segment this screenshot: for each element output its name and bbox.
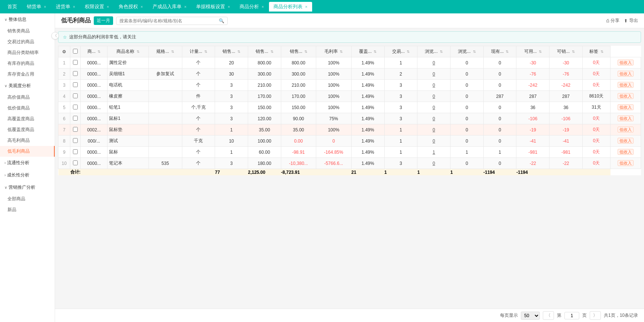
nav-goods-analysis[interactable]: 商品分析 ×: [235, 2, 268, 12]
row-checkbox[interactable]: [70, 147, 81, 158]
sidebar-item-new-goods[interactable]: 新品: [0, 204, 55, 215]
th-settings[interactable]: ⚙: [58, 46, 70, 57]
th-stock[interactable]: 现有... ⇅: [483, 46, 516, 57]
export-btn[interactable]: ⬆ 导出: [624, 17, 638, 24]
row-select-checkbox[interactable]: [73, 116, 78, 121]
row-name[interactable]: 电话机: [107, 80, 148, 91]
prev-page-btn[interactable]: 〈: [543, 311, 554, 320]
sidebar-item-low-value[interactable]: 低价值商品: [0, 103, 55, 114]
filter-btn[interactable]: 近一月: [94, 16, 113, 25]
row-select-checkbox[interactable]: [73, 149, 78, 154]
row-trade[interactable]: 1: [417, 147, 451, 158]
row-name[interactable]: 鼠标垫: [107, 124, 148, 136]
row-trade[interactable]: 0: [417, 158, 451, 169]
row-checkbox[interactable]: [70, 158, 81, 169]
row-trade[interactable]: 0: [417, 68, 451, 80]
sidebar-group-marketing[interactable]: ∨ 营销推广分析: [0, 181, 55, 194]
sidebar-group-growth[interactable]: › 成长性分析: [0, 169, 55, 181]
sidebar-item-category-rate[interactable]: 商品分类助销率: [0, 47, 55, 58]
th-avail[interactable]: 可用... ⇅: [516, 46, 550, 57]
row-trade[interactable]: 0: [417, 91, 451, 102]
row-select-checkbox[interactable]: [73, 71, 78, 76]
th-cover[interactable]: 覆盖... ⇅: [351, 46, 384, 57]
page-input[interactable]: [564, 312, 579, 319]
nav-template-close[interactable]: ×: [228, 4, 230, 9]
sidebar-item-sales-goods[interactable]: 销售类商品: [0, 26, 55, 36]
row-checkbox[interactable]: [70, 80, 81, 91]
sidebar-item-high-margin[interactable]: 高毛利商品: [0, 135, 55, 146]
th-unit[interactable]: 计量... ⇅: [182, 46, 215, 57]
sidebar-item-low-margin[interactable]: 低毛利商品: [0, 146, 55, 157]
sidebar-collapse-btn[interactable]: 《: [51, 32, 59, 39]
th-price[interactable]: 销售... ⇅: [248, 46, 281, 57]
nav-goods-analysis-list-close[interactable]: ×: [305, 4, 307, 9]
th-tag[interactable]: 标签 ⇅: [582, 46, 610, 57]
nav-home[interactable]: 首页: [3, 2, 22, 12]
nav-product-entry-close[interactable]: ×: [184, 4, 186, 9]
nav-goods-analysis-list[interactable]: 商品分析列表 ×: [269, 2, 312, 12]
th-trade[interactable]: 交易... ⇅: [384, 46, 417, 57]
th-code[interactable]: 商... ⇅: [81, 46, 108, 57]
nav-product-entry[interactable]: 产成品入库单 ×: [148, 2, 191, 12]
row-select-checkbox[interactable]: [73, 160, 78, 165]
sidebar-item-low-coverage[interactable]: 低覆盖度商品: [0, 124, 55, 135]
search-input[interactable]: [119, 18, 217, 23]
sidebar-item-all-goods[interactable]: 全部商品: [0, 194, 55, 204]
nav-purchase-close[interactable]: ×: [73, 4, 75, 9]
th-gross[interactable]: 毛利率 ⇅: [316, 46, 351, 57]
settings-icon[interactable]: ⚙: [62, 49, 66, 54]
row-trade[interactable]: 0: [417, 136, 451, 147]
nav-goods-analysis-close[interactable]: ×: [262, 4, 264, 9]
sidebar-group-circulation[interactable]: › 流通性分析: [0, 157, 55, 169]
nav-sales-close[interactable]: ×: [44, 4, 46, 9]
sidebar-item-in-stock[interactable]: 有库存的商品: [0, 58, 55, 69]
row-trade[interactable]: 0: [417, 113, 451, 124]
row-trade[interactable]: 0: [417, 102, 451, 113]
row-name[interactable]: 属性定价: [107, 57, 148, 68]
th-spec[interactable]: 规格... ⇅: [148, 46, 182, 57]
next-page-btn[interactable]: 〉: [590, 311, 601, 320]
row-trade[interactable]: 0: [417, 80, 451, 91]
search-icon[interactable]: 🔍: [219, 18, 224, 23]
row-name[interactable]: 鼠标: [107, 147, 148, 158]
sidebar-item-stock-capital[interactable]: 库存资金占用: [0, 69, 55, 80]
row-select-checkbox[interactable]: [73, 127, 78, 132]
nav-template[interactable]: 单据模板设置 ×: [192, 2, 234, 12]
row-select-checkbox[interactable]: [73, 105, 78, 109]
row-name[interactable]: 铅笔1: [107, 102, 148, 113]
sidebar-group-overall[interactable]: ∨ 整体信息: [0, 13, 55, 26]
th-salable[interactable]: 可销... ⇅: [550, 46, 583, 57]
row-select-checkbox[interactable]: [73, 82, 78, 87]
row-trade[interactable]: 0: [417, 57, 451, 68]
row-name[interactable]: 吴细细1: [107, 68, 148, 80]
sidebar-group-beauty[interactable]: ∨ 美观度分析: [0, 80, 55, 92]
row-checkbox[interactable]: [70, 124, 81, 136]
th-amt[interactable]: 销售... ⇅: [281, 46, 316, 57]
nav-permission-close[interactable]: ×: [107, 4, 109, 9]
row-checkbox[interactable]: [70, 113, 81, 124]
select-all-checkbox[interactable]: [73, 49, 78, 54]
row-checkbox[interactable]: [70, 136, 81, 147]
row-checkbox[interactable]: [70, 91, 81, 102]
nav-purchase[interactable]: 进货单 ×: [51, 2, 80, 12]
row-name[interactable]: 鼠标1: [107, 113, 148, 124]
sidebar-item-high-value[interactable]: 高价值商品: [0, 92, 55, 103]
row-checkbox[interactable]: [70, 102, 81, 113]
row-name[interactable]: 橡皮擦: [107, 91, 148, 102]
row-select-checkbox[interactable]: [73, 60, 78, 65]
share-btn[interactable]: ⎙ 分享: [606, 17, 619, 24]
nav-permission[interactable]: 权限设置 ×: [80, 2, 113, 12]
th-qty[interactable]: 销售... ⇅: [215, 46, 248, 57]
per-page-select[interactable]: 50 100 200: [521, 312, 540, 320]
row-checkbox[interactable]: [70, 68, 81, 80]
row-select-checkbox[interactable]: [73, 93, 78, 98]
sidebar-item-high-coverage[interactable]: 高覆盖度商品: [0, 114, 55, 124]
row-trade[interactable]: 0: [417, 124, 451, 136]
row-select-checkbox[interactable]: [73, 138, 78, 143]
th-view1[interactable]: 浏览... ⇅: [417, 46, 451, 57]
row-checkbox[interactable]: [70, 57, 81, 68]
row-name[interactable]: 测试: [107, 136, 148, 147]
nav-role-close[interactable]: ×: [141, 4, 143, 9]
th-view2[interactable]: 浏览... ⇅: [451, 46, 484, 57]
sidebar-item-traded-goods[interactable]: 交易过的商品: [0, 36, 55, 47]
